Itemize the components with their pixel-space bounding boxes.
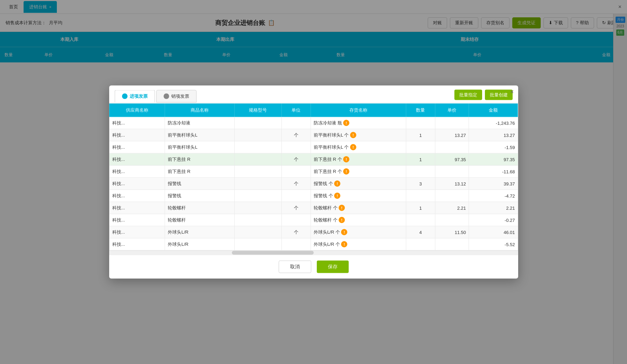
dialog-table-wrap: 供应商名称 商品名称 规格型号 单位 存货名称 数量 单价 金额 科技... 防… [109,103,518,251]
warning-icon: ! [339,217,345,223]
sales-tab-label: 销项发票 [171,93,189,99]
cell-spec [235,226,281,238]
warning-icon: ! [343,120,349,126]
cell-spec [235,129,281,141]
cell-supplier: 科技... [109,153,165,165]
cell-product: 前下悬挂 R [165,165,235,177]
cell-unit-price [435,117,469,129]
table-row[interactable]: 科技... 前下悬挂 R 前下悬挂 R 个 ! -11.68 [109,165,518,177]
table-row[interactable]: 科技... 前下悬挂 R 个 前下悬挂 R 个 ! 1 97.35 97.35 [109,153,518,165]
cancel-button[interactable]: 取消 [279,261,311,273]
cell-qty [406,214,435,226]
tab-incoming-invoice[interactable]: 进项发票 [115,90,155,103]
cell-spec [235,117,281,129]
cell-unit [281,190,311,202]
cell-unit-price [435,190,469,202]
cell-unit [281,117,311,129]
cell-supplier: 科技... [109,141,165,153]
cell-unit-price [435,165,469,177]
cell-unit-price [435,141,469,153]
cell-inventory: 报警线 个 ! [311,190,406,202]
batch-create-button[interactable]: 批量创建 [485,90,513,100]
warning-icon: ! [343,156,349,163]
cell-inventory: 前平衡杆球头L 个 ! [311,129,406,141]
cell-unit-price [435,238,469,250]
cell-qty: 3 [406,177,435,190]
cell-qty [406,141,435,153]
cell-amount: 13.27 [469,129,518,141]
cell-spec [235,190,281,202]
warning-icon: ! [341,241,347,248]
table-row[interactable]: 科技... 外球头L/R 外球头L/R 个 ! -5.52 [109,238,518,250]
cell-supplier: 科技... [109,129,165,141]
cell-unit [281,238,311,250]
cell-product: 防冻冷却液 [165,117,235,129]
cell-amount: -4.72 [469,190,518,202]
cell-unit-price: 97.35 [435,153,469,165]
cell-amount: 46.01 [469,226,518,238]
dialog-close-button[interactable]: × [510,88,514,96]
cell-product: 前平衡杆球头L [165,141,235,153]
warning-icon: ! [350,132,356,138]
incoming-tab-icon [122,94,128,99]
tab-sales-invoice[interactable]: 销项发票 [156,90,197,103]
table-row[interactable]: 科技... 报警线 个 报警线 个 ! 3 13.12 39.37 [109,177,518,190]
cell-unit: 个 [281,129,311,141]
cell-amount: -1.59 [469,141,518,153]
cell-qty [406,190,435,202]
cell-unit: 个 [281,226,311,238]
cell-inventory: 报警线 个 ! [311,177,406,190]
save-button[interactable]: 保存 [317,261,349,273]
batch-specify-button[interactable]: 批量指定 [454,90,482,100]
table-row[interactable]: 科技... 轮毂螺杆 个 轮毂螺杆 个 ! 1 2.21 2.21 [109,202,518,214]
table-row[interactable]: 科技... 轮毂螺杆 轮毂螺杆 个 ! -0.27 [109,214,518,226]
cell-inventory: 防冻冷却液 瓶 ! [311,117,406,129]
cell-amount: -1,243.76 [469,117,518,129]
warning-icon: ! [339,205,345,211]
dialog-actions: 批量指定 批量创建 [454,90,513,103]
cell-product: 报警线 [165,190,235,202]
cell-supplier: 科技... [109,190,165,202]
cell-spec [235,238,281,250]
cell-spec [235,153,281,165]
cell-spec [235,165,281,177]
table-header-row: 供应商名称 商品名称 规格型号 单位 存货名称 数量 单价 金额 [109,103,518,117]
cell-spec [235,141,281,153]
invoice-table: 供应商名称 商品名称 规格型号 单位 存货名称 数量 单价 金额 科技... 防… [109,103,518,251]
cell-unit-price: 11.50 [435,226,469,238]
cell-inventory: 轮毂螺杆 个 ! [311,202,406,214]
col-qty: 数量 [406,103,435,117]
table-row[interactable]: 科技... 前平衡杆球头L 前平衡杆球头L 个 ! -1.59 [109,141,518,153]
sales-tab-icon [164,94,169,99]
cell-unit [281,165,311,177]
col-inventory: 存货名称 [311,103,406,117]
table-row[interactable]: 科技... 前平衡杆球头L 个 前平衡杆球头L 个 ! 1 13.27 13.2… [109,129,518,141]
warning-icon: ! [350,144,356,150]
cell-amount: -0.27 [469,214,518,226]
scrollbar-thumb[interactable] [232,251,314,255]
horizontal-scrollbar[interactable] [109,251,518,255]
cell-supplier: 科技... [109,117,165,129]
cell-spec [235,214,281,226]
cell-qty: 4 [406,226,435,238]
cell-product: 前下悬挂 R [165,153,235,165]
dialog-footer: 取消 保存 [109,255,518,279]
cell-amount: 97.35 [469,153,518,165]
cell-product: 轮毂螺杆 [165,202,235,214]
cell-spec [235,177,281,190]
warning-icon: ! [334,193,340,199]
table-row[interactable]: 科技... 防冻冷却液 防冻冷却液 瓶 ! -1,243.76 [109,117,518,129]
col-amount: 金额 [469,103,518,117]
dialog-tabs: 进项发票 销项发票 批量指定 批量创建 × [109,86,518,103]
cell-qty: 1 [406,202,435,214]
cell-unit: 个 [281,202,311,214]
cell-inventory: 前下悬挂 R 个 ! [311,165,406,177]
cell-unit-price: 13.27 [435,129,469,141]
cell-unit: 个 [281,177,311,190]
table-row[interactable]: 科技... 外球头L/R 个 外球头L/R 个 ! 4 11.50 46.01 [109,226,518,238]
cell-qty: 1 [406,153,435,165]
col-unit-price: 单价 [435,103,469,117]
col-spec: 规格型号 [235,103,281,117]
col-supplier: 供应商名称 [109,103,165,117]
table-row[interactable]: 科技... 报警线 报警线 个 ! -4.72 [109,190,518,202]
